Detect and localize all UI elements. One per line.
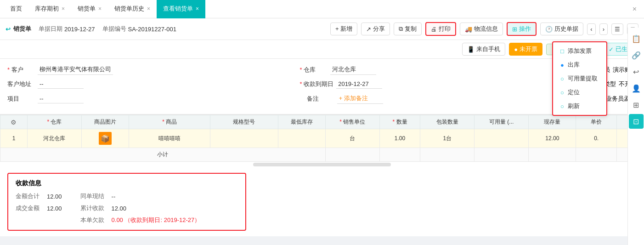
logistics-label: 物流信息 — [474, 25, 498, 33]
table-header-row: ⚙ 仓库 商品图片 商品 规格型号 最低库存 销售单位 数量 包装数量 可用量 … — [0, 115, 644, 129]
tab-sales-order-history-close[interactable]: × — [147, 6, 150, 12]
row-image: 📦 — [81, 129, 129, 148]
payment-date-field: 收款到期日 2019-12-27 — [300, 80, 593, 89]
form-area: 客户 柳州粤港平安气体有限公司 仓库 河北仓库 业务员 演示账号 客户地址 --… — [0, 59, 644, 114]
tab-sales-order-close[interactable]: × — [98, 6, 102, 12]
locate-label: 定位 — [568, 88, 580, 97]
address-field: 客户地址 -- — [7, 80, 300, 89]
tab-sales-order-history[interactable]: 销货单历史 × — [108, 0, 157, 18]
customer-value[interactable]: 柳州粤港平安气体有限公司 — [38, 64, 113, 75]
col-package-qty: 包装数量 — [420, 115, 475, 129]
payment-col-left: 金额合计 12.00 成交金额 12.00 — [16, 192, 62, 224]
operation-icon: ⊞ — [512, 26, 517, 33]
subtotal-stock — [529, 148, 576, 162]
tab-sales-order-label: 销货单 — [78, 5, 96, 13]
dropdown-locate[interactable]: ○ 定位 — [553, 85, 606, 99]
tab-bar: 首页 库存期初 × 销货单 × 销货单历史 × 查看销货单 × × — [0, 0, 644, 18]
row-package-qty: 1台 — [420, 129, 475, 148]
tab-bar-close-icon[interactable]: × — [629, 5, 640, 13]
print-button[interactable]: 🖨 打印 — [425, 22, 456, 36]
next-button[interactable]: › — [599, 23, 608, 35]
available-extract-label: 可用量提取 — [568, 74, 598, 83]
list-view-icon: ☰ — [615, 26, 620, 33]
dropdown-outbound[interactable]: ● 出库 — [553, 58, 606, 72]
next-icon: › — [603, 26, 604, 33]
row-available — [475, 129, 529, 148]
project-label: 项目 — [7, 95, 35, 103]
tab-view-sales-close[interactable]: × — [196, 6, 199, 12]
logistics-icon: 🚚 — [465, 26, 472, 33]
share-icon: ↗ — [366, 26, 371, 33]
logistics-button[interactable]: 🚚 物流信息 — [460, 23, 503, 35]
tab-inventory-init-close[interactable]: × — [62, 6, 65, 12]
right-panel-btn-3[interactable]: ↩ — [629, 64, 644, 79]
list-view-button[interactable]: ☰ — [611, 23, 623, 35]
dropdown-add-invoice[interactable]: □ 添加发票 — [553, 44, 606, 58]
doc-type-icon: ↩ — [6, 26, 11, 33]
available-extract-icon: ○ — [560, 75, 564, 82]
settings-gear-icon[interactable]: ⚙ — [11, 119, 17, 126]
not-open-ticket-label: 未开票 — [520, 45, 537, 53]
right-panel-btn-4[interactable]: 👤 — [629, 81, 644, 96]
right-panel-btn-5[interactable]: ⊞ — [629, 97, 644, 112]
col-settings[interactable]: ⚙ — [0, 115, 28, 129]
operations-dropdown: □ 添加发票 ● 出库 ○ 可用量提取 ○ 定位 ○ 刷新 — [552, 41, 607, 116]
new-button[interactable]: + 新增 — [330, 23, 357, 35]
tab-home[interactable]: 首页 — [4, 0, 28, 18]
payment-info-panel: 收款信息 金额合计 12.00 成交金额 12.00 同单现结 -- 累计收款 — [7, 173, 246, 231]
horizontal-scrollbar[interactable] — [253, 163, 391, 166]
data-table: ⚙ 仓库 商品图片 商品 规格型号 最低库存 销售单位 数量 包装数量 可用量 … — [0, 115, 644, 162]
payment-date-value[interactable]: 2019-12-27 — [336, 80, 382, 89]
col-price: 单价 — [576, 115, 616, 129]
dropdown-refresh[interactable]: ○ 刷新 — [553, 99, 606, 113]
table-container: ⚙ 仓库 商品图片 商品 规格型号 最低库存 销售单位 数量 包装数量 可用量 … — [0, 114, 644, 167]
doc-number-label: 单据编号 — [102, 25, 126, 33]
right-panel-btn-2[interactable]: 🔗 — [629, 48, 644, 63]
tab-inventory-init[interactable]: 库存期初 × — [28, 0, 71, 18]
warehouse-value[interactable]: 河北仓库 — [330, 64, 376, 75]
owed-value: 0.00 （收款到期日: 2019-12-27） — [112, 216, 201, 224]
owed-due-date: （收款到期日: 2019-12-27） — [124, 217, 200, 223]
row-seq: 1 — [0, 129, 28, 148]
prev-button[interactable]: ‹ — [587, 23, 595, 35]
doc-date-value: 2019-12-27 — [64, 26, 95, 33]
row-product: 嘻嘻嘻嘻 — [129, 129, 210, 148]
share-label: 分享 — [373, 25, 385, 33]
subtotal-unit — [325, 148, 379, 162]
payment-info-title: 收款信息 — [16, 179, 238, 188]
tab-view-sales[interactable]: 查看销货单 × — [157, 0, 205, 18]
row-spec — [210, 129, 278, 148]
add-note-btn[interactable]: + 添加备注 — [337, 93, 383, 104]
refresh-label: 刷新 — [568, 102, 580, 110]
note-label: 备注 — [307, 95, 334, 103]
tab-sales-order-history-label: 销货单历史 — [114, 5, 144, 13]
doc-date-field: 单据日期 2019-12-27 — [39, 25, 95, 33]
same-order-label: 同单现结 — [80, 192, 108, 200]
history-button[interactable]: 🕐 历史单据 — [540, 23, 583, 35]
row-unit: 台 — [325, 129, 379, 148]
copy-button[interactable]: ⧉ 复制 — [394, 23, 422, 35]
right-panel-btn-1[interactable]: 📋 — [629, 31, 644, 46]
copy-label: 复制 — [405, 25, 417, 33]
address-value[interactable]: -- — [38, 80, 84, 89]
row-price: 0. — [576, 129, 616, 148]
payment-col-right: 同单现结 -- 累计收款 12.00 本单欠款 0.00 （收款到期日: 201… — [80, 192, 201, 224]
prev-icon: ‹ — [590, 26, 592, 33]
not-open-ticket-button[interactable]: ● 未开票 — [509, 43, 542, 56]
customer-label: 客户 — [7, 66, 35, 74]
operation-button[interactable]: ⊞ 操作 — [507, 22, 537, 36]
transaction-label: 成交金额 — [16, 204, 43, 212]
right-panel-btn-6[interactable]: ⊡ — [629, 114, 644, 129]
share-button[interactable]: ↗ 分享 — [361, 23, 390, 35]
tab-sales-order[interactable]: 销货单 × — [71, 0, 108, 18]
dropdown-available-extract[interactable]: ○ 可用量提取 — [553, 72, 606, 85]
from-phone-button[interactable]: 📱 来自手机 — [462, 43, 505, 56]
table-row: 1 河北仓库 📦 嘻嘻嘻嘻 台 1.00 1台 12.00 0. — [0, 129, 644, 148]
owed-row: 本单欠款 0.00 （收款到期日: 2019-12-27） — [80, 216, 201, 224]
row-warehouse: 河北仓库 — [27, 129, 81, 148]
payment-transaction-row: 成交金额 12.00 — [16, 204, 62, 212]
warehouse-field: 仓库 河北仓库 — [300, 64, 593, 75]
total-label: 金额合计 — [16, 192, 43, 200]
project-value[interactable]: -- — [38, 94, 84, 103]
col-min-stock: 最低库存 — [278, 115, 325, 129]
